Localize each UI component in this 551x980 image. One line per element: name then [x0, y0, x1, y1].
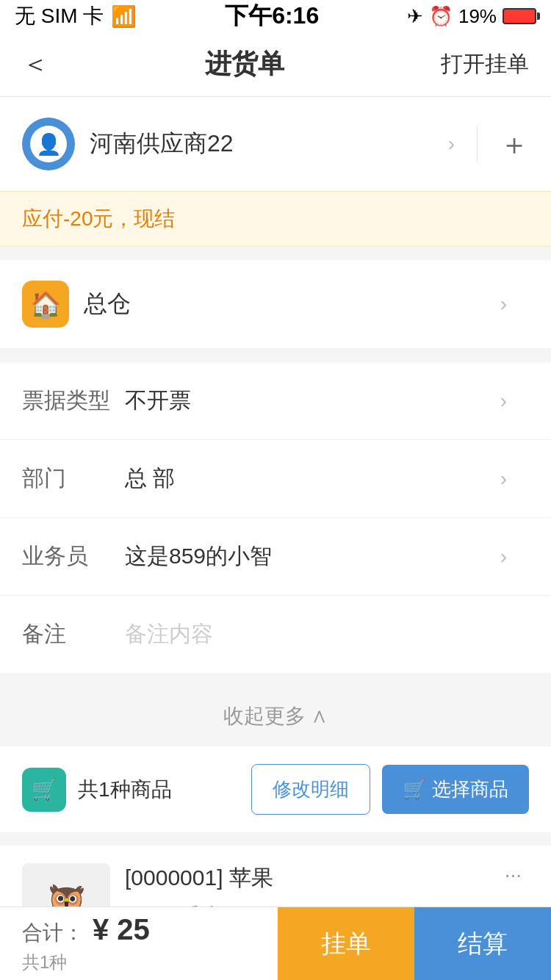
checkout-button[interactable]: 结算 — [414, 907, 551, 980]
footer-count-label: 共1种 — [22, 952, 67, 972]
status-left: 无 SIM 卡 📶 — [15, 2, 137, 30]
supplier-row[interactable]: 👤 河南供应商22 › ＋ — [0, 97, 551, 191]
alarm-icon: ⏰ — [429, 5, 453, 28]
collapse-bar[interactable]: 收起更多 ∧ — [0, 686, 551, 746]
status-right: ✈ ⏰ 19% — [407, 5, 536, 28]
alert-bar: 应付-20元，现结 — [0, 191, 551, 247]
product-more-button[interactable]: ··· — [497, 863, 529, 887]
wifi-icon: 📶 — [111, 4, 137, 29]
back-button[interactable]: ＜ — [22, 46, 48, 82]
supplier-avatar: 👤 — [22, 118, 75, 170]
page-title: 进货单 — [205, 46, 284, 82]
remark-label: 备注 — [22, 619, 125, 649]
form-section: 票据类型 不开票 › 部门 总 部 › 业务员 这是859的小智 › 备注 备注… — [0, 361, 551, 673]
warehouse-name: 总仓 — [84, 288, 500, 320]
warehouse-chevron-icon: › — [500, 292, 507, 316]
supplier-chevron-icon: › — [448, 132, 455, 156]
collapse-label: 收起更多 ∧ — [223, 705, 328, 727]
cart-icon: 🛒 — [403, 778, 426, 801]
location-icon: ✈ — [407, 5, 423, 28]
products-icon: 🛒 — [22, 768, 66, 812]
divider — [477, 126, 478, 162]
product-name: [0000001] 苹果 — [125, 863, 497, 893]
invoice-value: 不开票 — [125, 386, 500, 416]
footer-total-row: 合计： ¥ 25 — [22, 913, 256, 947]
carrier-label: 无 SIM 卡 — [15, 2, 104, 30]
warehouse-section: 🏠 总仓 › — [0, 260, 551, 348]
salesperson-chevron-icon: › — [500, 545, 507, 569]
hang-button[interactable]: 挂单 — [278, 907, 414, 980]
checkout-label: 结算 — [458, 927, 508, 961]
invoice-label: 票据类型 — [22, 386, 125, 416]
products-header: 🛒 共1种商品 修改明细 🛒 选择商品 — [0, 746, 551, 832]
add-icon[interactable]: ＋ — [500, 124, 529, 165]
footer-total-value: ¥ 25 — [93, 913, 150, 946]
supplier-name: 河南供应商22 — [90, 128, 448, 160]
product-code: [0000001] — [125, 865, 229, 890]
supplier-section: 👤 河南供应商22 › ＋ 应付-20元，现结 — [0, 97, 551, 247]
warehouse-icon: 🏠 — [22, 281, 69, 328]
salesperson-label: 业务员 — [22, 541, 125, 572]
open-pending-button[interactable]: 打开挂单 — [441, 49, 529, 79]
department-row[interactable]: 部门 总 部 › — [0, 439, 551, 517]
status-bar: 无 SIM 卡 📶 下午6:16 ✈ ⏰ 19% — [0, 0, 551, 32]
battery-percent: 19% — [458, 5, 497, 28]
warehouse-row[interactable]: 🏠 总仓 › — [0, 260, 551, 348]
footer-total: 合计： ¥ 25 共1种 — [0, 907, 278, 980]
alert-text: 应付-20元，现结 — [22, 207, 175, 230]
salesperson-value: 这是859的小智 — [125, 541, 500, 572]
department-value: 总 部 — [125, 464, 500, 494]
invoice-chevron-icon: › — [500, 389, 507, 413]
department-label: 部门 — [22, 464, 125, 494]
nav-bar: ＜ 进货单 打开挂单 — [0, 32, 551, 97]
products-count: 共1种商品 — [78, 776, 251, 804]
department-chevron-icon: › — [500, 467, 507, 491]
status-time: 下午6:16 — [225, 0, 319, 32]
salesperson-row[interactable]: 业务员 这是859的小智 › — [0, 517, 551, 595]
edit-detail-button[interactable]: 修改明细 — [251, 764, 370, 815]
remark-row[interactable]: 备注 备注内容 — [0, 595, 551, 673]
footer: 合计： ¥ 25 共1种 挂单 结算 — [0, 907, 551, 980]
footer-count: 共1种 — [22, 947, 256, 974]
footer-total-label: 合计： — [22, 919, 84, 947]
battery-icon — [503, 8, 536, 24]
hang-label: 挂单 — [321, 927, 371, 961]
select-product-button[interactable]: 🛒 选择商品 — [382, 765, 529, 814]
select-product-label: 选择商品 — [432, 777, 508, 802]
remark-input[interactable]: 备注内容 — [125, 619, 529, 649]
invoice-row[interactable]: 票据类型 不开票 › — [0, 361, 551, 439]
